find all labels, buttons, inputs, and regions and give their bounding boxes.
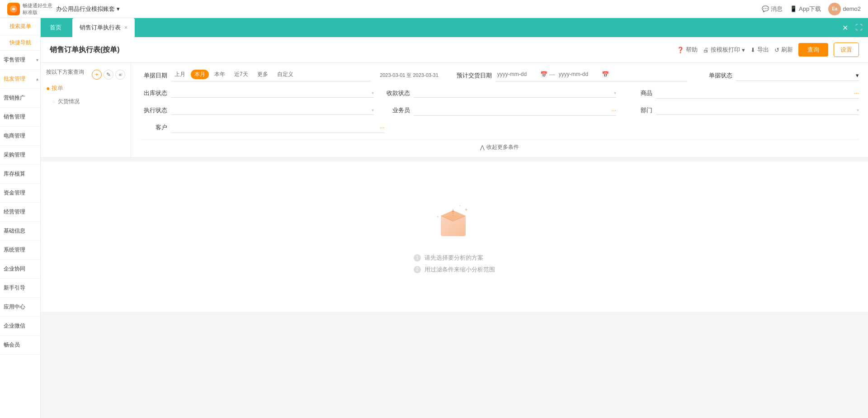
- sidebar-item-retail[interactable]: 零售管理 ▾: [0, 51, 40, 70]
- tab-home[interactable]: 首页: [41, 18, 71, 37]
- filter-row-1: 单据日期 上月 本月 本年 近7天 更多 自定义: [140, 69, 859, 81]
- template-print-action[interactable]: 🖨 按模板打印 ▾: [703, 46, 745, 54]
- sidebar-item-member[interactable]: 畅会员: [0, 336, 40, 355]
- calendar-end-icon[interactable]: 📅: [602, 71, 609, 78]
- dept-arrow-icon: ▾: [857, 108, 859, 113]
- doc-status-select[interactable]: ▾: [736, 70, 859, 81]
- date-field-label: 单据日期: [140, 71, 167, 80]
- tab-sales-order[interactable]: 销售订单执行表 ×: [72, 18, 135, 37]
- maximize-icon[interactable]: ⛶: [854, 22, 864, 33]
- dept-label: 部门: [625, 106, 652, 114]
- collection-status-select[interactable]: ▾: [414, 89, 617, 98]
- date-field: 单据日期 上月 本月 本年 近7天 更多 自定义: [140, 70, 371, 81]
- user-action[interactable]: Ea demo2: [828, 3, 861, 15]
- scheme-name[interactable]: ● 按单: [46, 84, 63, 92]
- sidebar-item-marketing[interactable]: 营销推广: [0, 89, 40, 108]
- step1-num: 1: [414, 254, 421, 261]
- doc-status-field: 单据状态 ▾: [705, 70, 859, 81]
- top-bar-right: 💬 消息 📱 App下载 Ea demo2: [762, 3, 861, 15]
- step2-num: 2: [414, 266, 421, 273]
- collection-status-label: 收款状态: [383, 89, 410, 97]
- tab-bar-actions: ✕ ⛶: [840, 22, 868, 34]
- out-status-select[interactable]: ▾: [171, 89, 374, 98]
- sidebar-quick-nav[interactable]: 快捷导航: [0, 35, 40, 51]
- expected-date-start-input[interactable]: [495, 69, 538, 79]
- svg-marker-8: [452, 209, 454, 212]
- goods-label: 商品: [625, 89, 652, 97]
- sidebar: 搜索菜单 快捷导航 零售管理 ▾ 批发管理 ▴ 营销推广 销售管理 电商管理 采…: [0, 18, 41, 418]
- export-action[interactable]: ⬇ 导出: [750, 46, 769, 54]
- sidebar-item-app-center[interactable]: 应用中心: [0, 298, 40, 317]
- tab-last-7-days[interactable]: 近7天: [231, 70, 252, 79]
- sidebar-item-purchase[interactable]: 采购管理: [0, 146, 40, 165]
- filter-right-panel: 单据日期 上月 本月 本年 近7天 更多 自定义: [131, 63, 868, 157]
- sidebar-item-ecommerce[interactable]: 电商管理: [0, 127, 40, 146]
- tab-more[interactable]: 更多: [254, 70, 272, 79]
- salesperson-label: 业务员: [383, 106, 410, 114]
- tab-this-year[interactable]: 本年: [211, 70, 229, 79]
- query-button[interactable]: 查询: [798, 43, 828, 57]
- collapse-filter-button[interactable]: ⋀ 收起更多条件: [140, 139, 859, 151]
- expected-date-end-input[interactable]: [557, 69, 600, 79]
- expected-date-field: 预计交货日期 📅 — 📅: [457, 69, 687, 81]
- sidebar-item-capital[interactable]: 资金管理: [0, 184, 40, 203]
- scheme-item-by-order[interactable]: ● 按单: [46, 84, 125, 92]
- help-icon: ❓: [677, 47, 684, 53]
- tab-close-icon[interactable]: ×: [124, 24, 127, 31]
- scheme-sub-shortage[interactable]: ○ 欠货情况: [46, 96, 125, 107]
- empty-step-2: 2 用过滤条件来缩小分析范围: [414, 264, 495, 276]
- out-status-arrow-icon: ▾: [372, 90, 374, 95]
- calendar-start-icon[interactable]: 📅: [540, 71, 547, 78]
- app-download-action[interactable]: 📱 App下载: [790, 5, 821, 13]
- edit-scheme-button[interactable]: ✎: [104, 70, 113, 80]
- close-window-icon[interactable]: ✕: [840, 22, 850, 34]
- app-selector[interactable]: 办公用品行业模拟账套 ▾: [56, 5, 120, 13]
- message-icon: 💬: [762, 5, 769, 12]
- empty-step-1: 1 请先选择要分析的方案: [414, 252, 495, 264]
- tab-this-month[interactable]: 本月: [191, 70, 209, 79]
- refresh-action[interactable]: ↺ 刷新: [774, 46, 793, 54]
- out-status-label: 出库状态: [140, 89, 167, 97]
- customer-more-icon[interactable]: ···: [380, 124, 385, 131]
- collection-status-field: 收款状态 ▾: [383, 89, 617, 98]
- sidebar-item-inventory[interactable]: 库存核算: [0, 165, 40, 184]
- dept-select[interactable]: ▾: [656, 106, 859, 115]
- avatar: Ea: [828, 3, 841, 15]
- chevron-up-icon: ▴: [36, 76, 38, 81]
- date-tabs: 上月 本月 本年 近7天 更多 自定义: [171, 70, 297, 79]
- sidebar-item-enterprise[interactable]: 企业协同: [0, 260, 40, 279]
- sidebar-search[interactable]: 搜索菜单: [0, 18, 40, 35]
- out-status-field: 出库状态 ▾: [140, 89, 374, 98]
- exec-status-label: 执行状态: [140, 106, 167, 114]
- message-action[interactable]: 💬 消息: [762, 5, 783, 13]
- logo-icon: [7, 3, 20, 15]
- add-scheme-button[interactable]: +: [92, 70, 102, 80]
- settings-button[interactable]: 设置: [834, 43, 859, 57]
- sidebar-item-operation[interactable]: 经营管理: [0, 203, 40, 222]
- salesperson-more-icon[interactable]: ···: [612, 107, 617, 114]
- tab-bar: 首页 销售订单执行表 × ✕ ⛶: [41, 18, 868, 37]
- filter-row-3: 执行状态 ▾ 业务员 ···: [140, 105, 859, 116]
- customer-field: 客户 ···: [140, 122, 385, 133]
- main-layout: 搜索菜单 快捷导航 零售管理 ▾ 批发管理 ▴ 营销推广 销售管理 电商管理 采…: [0, 18, 868, 418]
- top-bar: 畅捷通好生意 标准版 办公用品行业模拟账套 ▾ 💬 消息 📱 App下载 Ea …: [0, 0, 868, 18]
- sidebar-item-wechat[interactable]: 企业微信: [0, 317, 40, 336]
- page-actions: ❓ 帮助 🖨 按模板打印 ▾ ⬇ 导出 ↺ 刷新: [677, 43, 859, 57]
- tab-last-month[interactable]: 上月: [171, 70, 189, 79]
- empty-steps: 1 请先选择要分析的方案 2 用过滤条件来缩小分析范围: [414, 252, 495, 276]
- help-action[interactable]: ❓ 帮助: [677, 46, 698, 54]
- sidebar-item-sales[interactable]: 销售管理: [0, 108, 40, 127]
- print-icon: 🖨: [703, 47, 709, 53]
- goods-more-icon[interactable]: ···: [854, 90, 859, 96]
- tab-custom[interactable]: 自定义: [274, 70, 297, 79]
- sidebar-item-system[interactable]: 系统管理: [0, 241, 40, 260]
- sidebar-item-basic-info[interactable]: 基础信息: [0, 222, 40, 241]
- customer-label: 客户: [140, 124, 167, 132]
- svg-text:✦: ✦: [464, 207, 468, 212]
- sidebar-item-wholesale[interactable]: 批发管理 ▴: [0, 70, 40, 89]
- sidebar-item-newbie[interactable]: 新手引导: [0, 279, 40, 298]
- filter-row-4: 客户 ···: [140, 122, 859, 133]
- collapse-panel-button[interactable]: «: [115, 70, 125, 80]
- exec-status-select[interactable]: ▾: [171, 106, 374, 115]
- page-content: 销售订单执行表(按单) ❓ 帮助 🖨 按模板打印 ▾ ⬇ 导出: [41, 37, 868, 418]
